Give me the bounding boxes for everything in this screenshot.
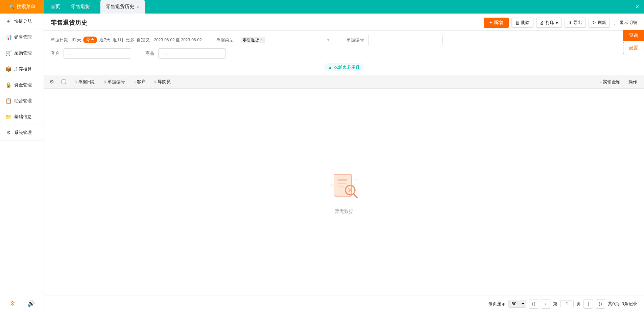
sidebar-item-inventory[interactable]: 📦 库存核算	[0, 61, 44, 77]
collapse-button[interactable]: ▲ 收起更多条件	[324, 63, 364, 71]
query-buttons-panel: 查询 设置	[623, 30, 644, 54]
date-range: 2023-06-02 至 2023-06-02	[154, 37, 201, 43]
sidebar-item-label: 采购管理	[14, 50, 32, 56]
doc-type-filter-box[interactable]: 零售退货 × ▾	[238, 35, 332, 45]
collapse-icon: ▲	[328, 65, 332, 70]
th-sort-icon: ⇅	[74, 80, 77, 84]
tab-retail-return-history[interactable]: 零售退货历史 ×	[100, 0, 145, 14]
basic-info-icon: 📁	[5, 114, 11, 120]
customer-input[interactable]: ...	[64, 48, 131, 59]
tab-bar: 首页 零售退货 × 零售退货历史 ×	[44, 0, 630, 14]
customer-label: 客户	[51, 50, 59, 57]
tab-retail-return[interactable]: 零售退货 ×	[66, 0, 100, 14]
doc-number-label: 单据编号	[347, 37, 364, 43]
sidebar-item-label: 销售管理	[14, 34, 32, 40]
sidebar-item-purchase-mgmt[interactable]: 🛒 采购管理	[0, 45, 44, 61]
tab-retail-return-history-close[interactable]: ×	[137, 4, 139, 9]
quick-nav-icon: ⊞	[5, 18, 11, 24]
doc-type-tag: 零售退货 ×	[241, 37, 265, 43]
date-shortcut-custom[interactable]: 自定义	[137, 37, 150, 43]
query-button[interactable]: 查询	[623, 30, 644, 41]
date-shortcut-7days[interactable]: 近7天	[99, 37, 111, 43]
doc-type-tag-remove[interactable]: ×	[260, 38, 263, 42]
header-actions: + 新增 🗑 删除 🖨 打印 ▾ ⬆ 导出 ↻ 刷新	[484, 18, 637, 28]
table-settings-icon[interactable]: ⚙	[47, 76, 57, 88]
th-sort-icon: ⇅	[154, 80, 157, 84]
page-unit: 页	[576, 301, 581, 307]
print-button[interactable]: 🖨 打印 ▾	[536, 18, 562, 28]
page-label: 第	[553, 301, 557, 307]
show-detail-checkbox[interactable]	[614, 21, 618, 25]
last-page-button[interactable]: ⟩⟩	[596, 299, 605, 309]
capital-mgmt-icon: 🔒	[5, 82, 11, 88]
sidebar-item-label: 库存核算	[14, 66, 32, 72]
operations-mgmt-icon: 📋	[5, 98, 11, 104]
sidebar-item-system-mgmt[interactable]: ⚙ 系统管理	[0, 125, 44, 141]
table-area: ⚙ ⇅ 单据日期 ⇅ 单据编号 ⇅ 客户 ⇅ 导购员	[44, 75, 644, 295]
collapse-label: 收起更多条件	[334, 64, 360, 70]
date-shortcut-more[interactable]: 更多	[126, 37, 135, 43]
purchase-mgmt-icon: 🛒	[5, 50, 11, 56]
sidebar-item-sales-mgmt[interactable]: 📊 销售管理	[0, 29, 44, 45]
date-shortcut-1month[interactable]: 近1月	[113, 37, 124, 43]
delete-button[interactable]: 🗑 删除	[511, 18, 533, 28]
empty-state-icon	[327, 169, 361, 203]
search-box[interactable]: 🔍 搜索菜单	[0, 0, 44, 14]
doc-type-label: 单据类型	[216, 37, 234, 43]
query-settings-button[interactable]: 设置	[623, 42, 644, 54]
th-customer[interactable]: ⇅ 客户	[129, 76, 150, 88]
top-nav: 🔍 搜索菜单 首页 零售退货 × 零售退货历史 × ×	[0, 0, 644, 14]
doc-number-input[interactable]	[368, 35, 443, 45]
per-page-select[interactable]: 50 20 100	[508, 300, 526, 308]
content-area: 零售退货历史 + 新增 🗑 删除 🖨 打印 ▾ ⬆ 导出 ↻	[44, 14, 644, 312]
sidebar-item-capital-mgmt[interactable]: 🔒 资金管理	[0, 77, 44, 93]
svg-rect-3	[337, 186, 344, 187]
sidebar-item-basic-info[interactable]: 📁 基础信息	[0, 109, 44, 125]
table-select-all-checkbox[interactable]	[57, 80, 70, 84]
filter-row-2: 客户 ... 商品 ...	[51, 48, 637, 59]
th-guide[interactable]: ⇅ 导购员	[150, 76, 175, 88]
export-button[interactable]: ⬆ 导出	[565, 18, 586, 28]
delete-icon: 🗑	[515, 20, 520, 25]
prev-page-button[interactable]: ⟨	[541, 299, 550, 309]
new-button[interactable]: + 新增	[484, 18, 509, 28]
search-box-label: 搜索菜单	[17, 4, 35, 10]
sidebar-settings-icon[interactable]: ⚙	[7, 298, 18, 309]
th-doc-date[interactable]: ⇅ 单据日期	[70, 76, 100, 88]
tab-retail-return-close[interactable]: ×	[93, 4, 95, 9]
first-page-button[interactable]: ⟨⟨	[529, 299, 538, 309]
inventory-icon: 📦	[5, 66, 11, 72]
sidebar-item-label: 系统管理	[14, 130, 32, 136]
th-sort-icon: ⇅	[599, 80, 602, 84]
sidebar-item-label: 资金管理	[14, 82, 32, 88]
search-icon: 🔍	[9, 4, 15, 9]
table-header: ⚙ ⇅ 单据日期 ⇅ 单据编号 ⇅ 客户 ⇅ 导购员	[44, 75, 644, 89]
window-close-button[interactable]: ×	[630, 0, 644, 14]
svg-point-9	[355, 179, 357, 180]
th-doc-number[interactable]: ⇅ 单据编号	[100, 76, 129, 88]
filter-row-1: 单据日期 昨天 今天 近7天 近1月 更多 自定义 2023-06-02 至 2…	[51, 35, 637, 45]
svg-point-8	[335, 195, 337, 197]
sidebar-sound-icon[interactable]: 🔊	[26, 298, 36, 309]
goods-input[interactable]: ...	[158, 48, 226, 59]
svg-rect-2	[337, 183, 346, 184]
refresh-icon: ↻	[592, 20, 596, 25]
doc-type-dropdown-icon[interactable]: ▾	[327, 38, 329, 42]
date-shortcut-today[interactable]: 今天	[83, 37, 97, 43]
print-icon: 🖨	[540, 20, 544, 25]
th-sort-icon: ⇅	[133, 80, 136, 84]
total-text: 共0页, 0条记录	[608, 301, 637, 307]
page-input[interactable]	[560, 300, 574, 307]
export-icon: ⬆	[568, 20, 572, 25]
page-header: 零售退货历史 + 新增 🗑 删除 🖨 打印 ▾ ⬆ 导出 ↻	[44, 14, 644, 31]
th-actual-amount[interactable]: ⇅ 实销金额	[595, 76, 624, 88]
page-title: 零售退货历史	[51, 19, 87, 27]
next-page-button[interactable]: ⟩	[583, 299, 593, 309]
refresh-button[interactable]: ↻ 刷新	[589, 18, 610, 28]
date-shortcut-yesterday[interactable]: 昨天	[72, 37, 81, 43]
sidebar-item-operations-mgmt[interactable]: 📋 经营管理	[0, 93, 44, 109]
th-action: 操作	[624, 76, 641, 88]
sidebar-item-quick-nav[interactable]: ⊞ 快捷导航	[0, 14, 44, 29]
show-detail-wrapper[interactable]: 显示明细	[614, 20, 637, 26]
tab-home[interactable]: 首页	[45, 0, 66, 14]
